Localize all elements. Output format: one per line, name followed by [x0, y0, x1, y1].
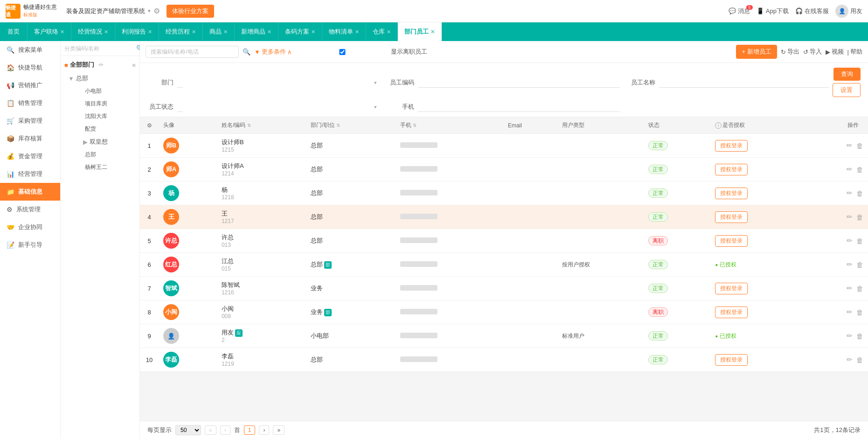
close-icon[interactable]: ✕	[431, 29, 435, 35]
tab-profit[interactable]: 利润报告 ✕	[115, 22, 159, 41]
edit-btn[interactable]: ✏	[847, 260, 853, 269]
empcode-filter-input[interactable]	[418, 77, 619, 88]
sidebar-item-marketing[interactable]: 📢 营销推广	[0, 77, 60, 94]
empname-filter-input[interactable]	[659, 77, 829, 88]
app-download-btn[interactable]: 📱 App下载	[757, 7, 789, 15]
edit-btn[interactable]: ✏	[847, 189, 853, 197]
close-icon[interactable]: ✕	[104, 29, 108, 35]
tab-new-product[interactable]: 新增商品 ✕	[235, 22, 278, 41]
tab-bom[interactable]: 物料清单 ✕	[322, 22, 366, 41]
dept-node-peihuo[interactable]: 配货	[76, 123, 139, 135]
delete-btn[interactable]: 🗑	[856, 213, 863, 221]
tab-barcode[interactable]: 条码方案 ✕	[278, 22, 322, 41]
delete-btn[interactable]: 🗑	[856, 142, 863, 150]
dept-node-sydk[interactable]: 沈阳大库	[76, 110, 139, 123]
title-dropdown-btn[interactable]: ▾	[148, 8, 151, 14]
trial-btn[interactable]: 体验行业方案	[167, 5, 214, 18]
auth-btn[interactable]: 授权登录	[715, 164, 748, 175]
auth-btn[interactable]: 授权登录	[715, 140, 748, 152]
help-btn[interactable]: | 帮助	[847, 48, 862, 56]
delete-btn[interactable]: 🗑	[856, 189, 863, 197]
dept-filter-select[interactable]	[177, 77, 183, 88]
sidebar-item-collab[interactable]: 🤝 企业协同	[0, 218, 60, 236]
sidebar-item-guide[interactable]: 📝 新手引导	[0, 236, 60, 254]
tab-history[interactable]: 经营历程 ✕	[159, 22, 203, 41]
video-btn[interactable]: ▶ 视频	[826, 48, 844, 56]
auth-btn[interactable]: 授权登录	[715, 354, 748, 366]
add-employee-btn[interactable]: + 新增员工	[736, 45, 777, 59]
search-btn[interactable]: 🔍	[243, 48, 250, 56]
last-page-btn[interactable]: »	[273, 425, 285, 435]
sidebar-item-purchase[interactable]: 🛒 采购管理	[0, 112, 60, 130]
show-resigned-checkbox[interactable]	[296, 49, 389, 55]
show-resigned-checkbox-area[interactable]: 显示离职员工	[296, 48, 427, 56]
delete-btn[interactable]: 🗑	[856, 166, 863, 174]
settings-gear-btn[interactable]: ⚙	[153, 7, 160, 15]
dept-collapse-btn[interactable]: «	[132, 61, 136, 69]
sort-icon[interactable]: ⇅	[247, 123, 251, 128]
auth-btn[interactable]: 授权登录	[715, 235, 748, 247]
close-icon[interactable]: ✕	[387, 29, 391, 35]
dept-node-xiaodibu[interactable]: 小电部	[76, 85, 139, 98]
tab-products[interactable]: 商品 ✕	[203, 22, 235, 41]
tab-operations[interactable]: 经营情况 ✕	[71, 22, 115, 41]
edit-btn[interactable]: ✏	[847, 308, 853, 316]
sort-icon[interactable]: ⇅	[336, 123, 340, 128]
close-icon[interactable]: ✕	[223, 29, 228, 35]
sidebar-item-inventory[interactable]: 📦 库存核算	[0, 130, 60, 147]
edit-btn[interactable]: ✏	[847, 213, 853, 221]
phone-filter-input[interactable]	[418, 102, 619, 112]
edit-btn[interactable]: ✏	[847, 355, 853, 364]
close-icon[interactable]: ✕	[267, 29, 271, 35]
import-btn[interactable]: ↺ 导入	[803, 48, 822, 56]
sidebar-item-nav[interactable]: 🏠 快捷导航	[0, 59, 60, 77]
edit-btn[interactable]: ✏	[847, 165, 853, 174]
export-btn[interactable]: ↻ 导出	[781, 48, 799, 56]
delete-btn[interactable]: 🗑	[856, 285, 863, 293]
sidebar-item-management[interactable]: 📊 经营管理	[0, 165, 60, 183]
auth-btn[interactable]: 授权登录	[715, 188, 748, 199]
close-icon[interactable]: ✕	[311, 29, 315, 35]
search-input[interactable]	[146, 46, 239, 58]
dept-node-shuanghuang[interactable]: ▶ 双皇想	[76, 135, 139, 148]
auth-btn[interactable]: 授权登录	[715, 211, 748, 223]
online-support-btn[interactable]: 🎧 在线客服	[795, 7, 829, 15]
messages-btn[interactable]: 💬 消息 5	[729, 7, 750, 15]
dept-node-yangshuwang[interactable]: 杨树王二	[76, 161, 139, 174]
sort-icon[interactable]: ⇅	[413, 123, 417, 128]
delete-btn[interactable]: 🗑	[856, 332, 863, 340]
close-icon[interactable]: ✕	[192, 29, 196, 35]
user-area[interactable]: 👤 用友	[835, 5, 862, 18]
edit-btn[interactable]: ✏	[847, 141, 853, 150]
auth-btn[interactable]: 授权登录	[715, 283, 748, 294]
per-page-select[interactable]: 50 100 200	[175, 425, 201, 435]
delete-btn[interactable]: 🗑	[856, 356, 863, 364]
tab-warehouse[interactable]: 仓库 ✕	[366, 22, 398, 41]
sidebar-item-sales[interactable]: 📋 销售管理	[0, 94, 60, 112]
delete-btn[interactable]: 🗑	[856, 261, 863, 269]
sidebar-item-search[interactable]: 🔍 搜索菜单	[0, 41, 60, 59]
tab-home[interactable]: 首页	[0, 22, 28, 41]
tab-customer[interactable]: 客户联络 ✕	[28, 22, 71, 41]
set-btn[interactable]: 设置	[833, 83, 861, 97]
dept-node-xmkf[interactable]: 项目库房	[76, 98, 139, 110]
next-page-btn[interactable]: ›	[259, 425, 269, 435]
sidebar-item-basic[interactable]: 📁 基础信息	[0, 183, 60, 201]
edit-btn[interactable]: ✏	[847, 284, 853, 293]
edit-btn[interactable]: ✏	[847, 237, 853, 245]
close-icon[interactable]: ✕	[60, 29, 64, 35]
sidebar-item-system[interactable]: ⚙ 系统管理	[0, 201, 60, 218]
prev-page-btn[interactable]: ‹	[220, 425, 230, 435]
dept-search-input[interactable]	[64, 45, 134, 52]
more-filter-btn[interactable]: ▼ 更多条件 ∧	[254, 48, 292, 56]
empstatus-filter-select[interactable]	[177, 102, 183, 112]
delete-btn[interactable]: 🗑	[856, 237, 863, 245]
sidebar-item-finance[interactable]: 💰 资金管理	[0, 147, 60, 165]
query-btn[interactable]: 查询	[833, 68, 861, 81]
first-page-btn[interactable]: «	[205, 425, 216, 435]
edit-btn[interactable]: ✏	[847, 332, 853, 340]
dept-node-zongbu-sub[interactable]: 总部	[76, 148, 139, 161]
auth-btn[interactable]: 授权登录	[715, 307, 748, 318]
dept-node-zongbu-parent[interactable]: ▼ 总部	[61, 72, 139, 85]
close-icon[interactable]: ✕	[355, 29, 359, 35]
